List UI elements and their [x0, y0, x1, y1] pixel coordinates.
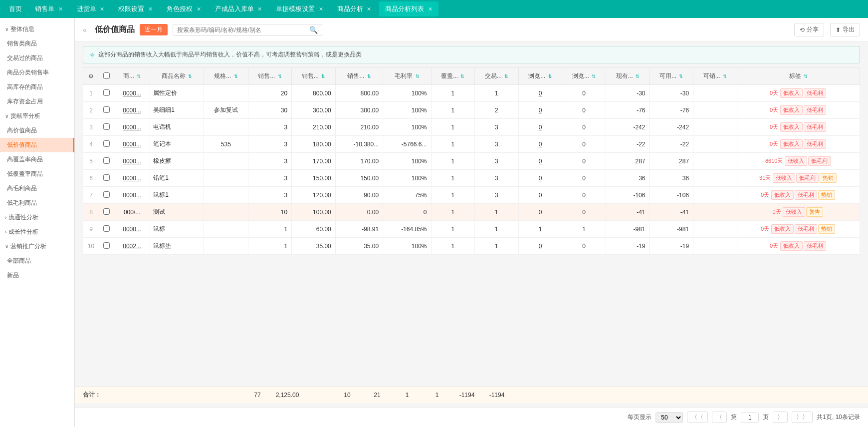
settings-header[interactable]: ⚙ — [83, 68, 99, 85]
sidebar-section-marketing[interactable]: ∨ 营销推广分析 — [0, 239, 74, 254]
close-icon[interactable]: ✕ — [58, 6, 63, 12]
sidebar-section-growth[interactable]: › 成长性分析 — [0, 225, 74, 239]
sidebar-item-new-goods[interactable]: 新品 — [0, 268, 74, 283]
browse1-header[interactable]: 浏览... ⇅ — [518, 68, 562, 85]
nav-item-permission[interactable]: 权限设置 ✕ — [112, 1, 159, 16]
product-code[interactable]: 0000... — [123, 90, 141, 97]
close-icon[interactable]: ✕ — [148, 6, 153, 12]
name-header[interactable]: 商品名称 ⇅ — [150, 68, 204, 85]
nav-item-template[interactable]: 单据模板设置 ✕ — [270, 1, 329, 16]
nav-item-stock-in[interactable]: 产成品入库单 ✕ — [209, 1, 268, 16]
sidebar-item-low-coverage[interactable]: 低覆盖率商品 — [0, 167, 74, 181]
info-text: 这部分商品的销售收入大幅低于商品平均销售收入，价值不高，可考虑调整营销策略，或是… — [98, 50, 362, 59]
chevron-down-icon: ∨ — [5, 244, 8, 249]
product-code[interactable]: 0000... — [123, 107, 141, 114]
page-input[interactable] — [741, 413, 759, 423]
sidebar-section-circulation[interactable]: › 流通性分析 — [0, 210, 74, 225]
data-table: ⚙ 商... ⇅ 商品名称 ⇅ 规格... ⇅ 销售... ⇅ 销售... ⇅ … — [83, 67, 860, 255]
export-button[interactable]: ⬆ 导出 — [830, 23, 860, 36]
summary-trade: 21 — [362, 392, 392, 399]
table-row: 90000...鼠标160.00-98.91-164.85%1111-981-9… — [83, 221, 860, 238]
table-row: 60000...铅笔13150.00150.00100%1300363631天 … — [83, 170, 860, 187]
sale-amt2-header[interactable]: 销售... ⇅ — [335, 68, 383, 85]
page-size-select[interactable]: 10 20 50 100 — [655, 412, 683, 423]
close-icon[interactable]: ✕ — [367, 6, 371, 12]
sale-qty-header[interactable]: 销售... ⇅ — [248, 68, 292, 85]
sidebar-section-circulation-label: 流通性分析 — [8, 213, 38, 222]
first-page-button[interactable]: 〈〈 — [687, 412, 708, 423]
checkbox-header[interactable] — [99, 68, 114, 85]
browse2-header[interactable]: 浏览... ⇅ — [562, 68, 606, 85]
next-page-button[interactable]: 〉 — [773, 412, 788, 423]
table-row: 50000...橡皮擦3170.00170.00100%130028728786… — [83, 153, 860, 170]
table-row: 100002...鼠标垫135.0035.00100%1100-19-190天 … — [83, 238, 860, 255]
sidebar-item-high-stock[interactable]: 高库存的商品 — [0, 80, 74, 94]
tags-header[interactable]: 标签 ⇅ — [737, 68, 860, 85]
sidebar-item-category-sales[interactable]: 商品分类销售率 — [0, 65, 74, 80]
close-icon[interactable]: ✕ — [319, 6, 323, 12]
sidebar-item-sales-goods[interactable]: 销售类商品 — [0, 36, 74, 51]
sidebar-item-stock-capital[interactable]: 库存资金占用 — [0, 94, 74, 109]
nav-item-role[interactable]: 角色授权 ✕ — [161, 1, 207, 16]
sidebar-item-high-coverage[interactable]: 高覆盖率商品 — [0, 152, 74, 167]
product-code[interactable]: 000/... — [124, 209, 140, 216]
sidebar-section-contribution[interactable]: ∨ 贡献率分析 — [0, 109, 74, 123]
nav-item-sales[interactable]: 销售单 ✕ — [29, 1, 69, 16]
page-header: « 低价值商品 近一月 🔍 ⟲ 分享 ⬆ 导出 — [75, 18, 868, 42]
prev-page-button[interactable]: 〈 — [712, 412, 727, 423]
header-actions: ⟲ 分享 ⬆ 导出 — [794, 23, 860, 36]
nav-home[interactable]: 首页 — [4, 1, 27, 16]
share-icon: ⟲ — [800, 26, 805, 33]
available-header[interactable]: 可用... ⇅ — [650, 68, 693, 85]
sidebar-section-marketing-label: 营销推广分析 — [10, 242, 46, 251]
summary-sale-amt: 2,125.00 — [272, 392, 302, 399]
page-size-label: 每页显示 — [628, 413, 651, 422]
sidebar-section-overall[interactable]: ∨ 整体信息 — [0, 22, 74, 36]
chevron-down-icon: ∨ — [5, 26, 8, 32]
close-icon[interactable]: ✕ — [257, 6, 262, 12]
chevron-down-icon: ∨ — [5, 113, 8, 119]
product-code[interactable]: 0000... — [123, 124, 141, 131]
sidebar-item-low-margin[interactable]: 低毛利商品 — [0, 196, 74, 210]
code-header[interactable]: 商... ⇅ — [114, 68, 150, 85]
trade-header[interactable]: 交易... ⇅ — [475, 68, 519, 85]
sidebar-item-high-value[interactable]: 高价值商品 — [0, 123, 74, 138]
gross-rate-header[interactable]: 毛利率 ⇅ — [383, 68, 431, 85]
product-code[interactable]: 0000... — [123, 192, 141, 199]
footer-summary: 合计： 77 2,125.00 10 21 1 1 -1194 -1194 — [75, 386, 868, 403]
sidebar-section-overall-label: 整体信息 — [10, 25, 34, 33]
period-button[interactable]: 近一月 — [140, 24, 168, 35]
close-icon[interactable]: ✕ — [428, 6, 433, 12]
product-code[interactable]: 0002... — [123, 243, 141, 250]
sidebar-item-high-margin[interactable]: 高毛利商品 — [0, 181, 74, 196]
search-input[interactable] — [177, 26, 309, 33]
nav-item-goods-analysis[interactable]: 商品分析 ✕ — [331, 1, 378, 16]
spec-header[interactable]: 规格... ⇅ — [204, 68, 248, 85]
product-code[interactable]: 0000... — [123, 175, 141, 182]
product-code[interactable]: 0000... — [123, 158, 141, 165]
sidebar-item-all-goods[interactable]: 全部商品 — [0, 254, 74, 268]
share-button[interactable]: ⟲ 分享 — [794, 23, 824, 36]
nav-item-purchase[interactable]: 进货单 ✕ — [71, 1, 111, 16]
last-page-button[interactable]: 〉〉 — [792, 412, 813, 423]
coverage-header[interactable]: 覆盖... ⇅ — [431, 68, 475, 85]
nav-item-goods-list[interactable]: 商品分析列表 ✕ — [379, 1, 438, 16]
product-code[interactable]: 0000... — [123, 226, 141, 233]
sidebar-item-low-value[interactable]: 低价值商品 — [0, 138, 74, 152]
close-icon[interactable]: ✕ — [100, 6, 104, 12]
search-icon[interactable]: 🔍 — [309, 26, 318, 34]
current-stock-header[interactable]: 现有... ⇅ — [606, 68, 650, 85]
collapse-button[interactable]: « — [83, 26, 87, 34]
product-code[interactable]: 0000... — [123, 141, 141, 148]
close-icon[interactable]: ✕ — [197, 6, 201, 12]
sale-amt-header[interactable]: 销售... ⇅ — [292, 68, 336, 85]
table-row: 20000...吴细细1参加复试30300.00300.00100%1200-7… — [83, 102, 860, 119]
horizontal-scrollbar[interactable] — [83, 403, 860, 407]
page-title: 低价值商品 — [95, 24, 135, 35]
sellable-header[interactable]: 可销... ⇅ — [693, 68, 737, 85]
select-all-checkbox[interactable] — [103, 72, 110, 79]
sidebar-item-traded-goods[interactable]: 交易过的商品 — [0, 51, 74, 65]
table-container: ⚙ 商... ⇅ 商品名称 ⇅ 规格... ⇅ 销售... ⇅ 销售... ⇅ … — [75, 67, 868, 386]
chevron-right-icon: › — [5, 215, 6, 220]
summary-available: -1194 — [482, 392, 512, 399]
